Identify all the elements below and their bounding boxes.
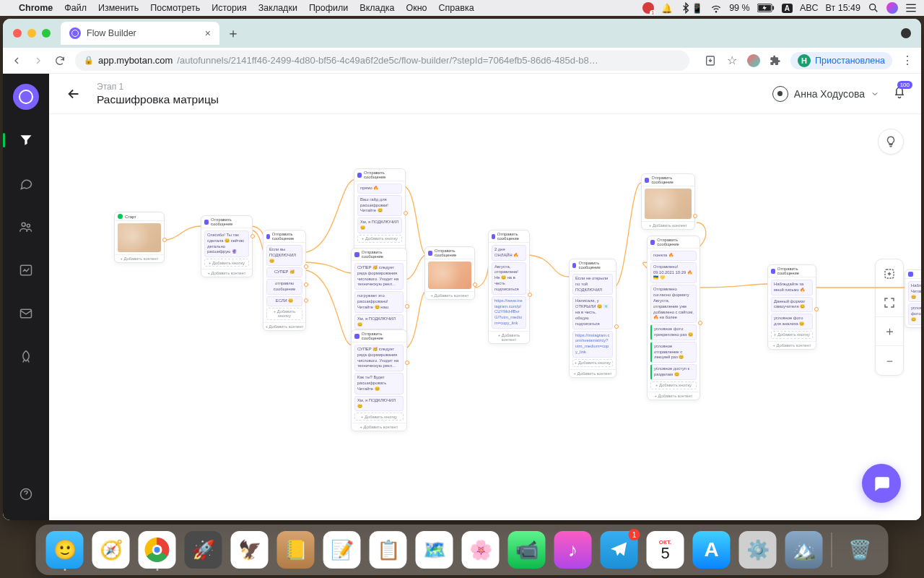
siri-icon[interactable]: [886, 2, 898, 14]
sidebar-item-mail[interactable]: [13, 301, 39, 327]
menu-file[interactable]: Файл: [64, 3, 87, 13]
flow-node[interactable]: Отправить сообщение прямо 🔥 Ваш гайд для…: [354, 168, 406, 254]
flow-node[interactable]: Отправить сообщение Спасибо! Ты так сдел…: [201, 215, 253, 277]
dock-music-icon[interactable]: ♪: [554, 531, 592, 569]
node-add-content[interactable]: + Добавить контент: [768, 341, 816, 349]
dock-contacts-icon[interactable]: 📒: [277, 531, 315, 569]
minimize-window-button[interactable]: [27, 29, 36, 38]
add-node-button[interactable]: [876, 259, 903, 288]
menu-bookmarks[interactable]: Закладки: [258, 3, 297, 13]
status-notification-icon[interactable]: 🔔: [661, 3, 673, 14]
menu-tab[interactable]: Вкладка: [359, 3, 394, 13]
extension-cookie-icon[interactable]: [747, 54, 760, 67]
dock-notes-icon[interactable]: 📝: [323, 531, 361, 569]
bluetooth-icon[interactable]: 📱: [680, 2, 703, 14]
node-add-content[interactable]: + Добавить контент: [570, 369, 616, 377]
dock-facetime-icon[interactable]: 📹: [508, 531, 546, 569]
node-add-button[interactable]: + Добавить кнопку: [650, 381, 697, 389]
intercom-fab[interactable]: [862, 464, 901, 503]
flow-node[interactable]: Отправить сообщение Если вы ПОДКЛЮЧИЛ 😊 …: [263, 230, 306, 331]
flow-node[interactable]: Отправить сообщение 2 дня ОНЛАЙН 🔥 Авгус…: [488, 230, 530, 344]
sidebar-item-help[interactable]: [13, 481, 39, 507]
dock-settings-icon[interactable]: ⚙️: [739, 531, 777, 569]
browser-tab[interactable]: Flow Builder ×: [61, 22, 219, 45]
node-add-button[interactable]: + Добавить кнопку: [357, 235, 402, 243]
address-bar[interactable]: 🔒 app.mybotan.com/autofunnels/2141ff46-2…: [75, 51, 689, 71]
menu-window[interactable]: Окно: [406, 3, 427, 13]
reload-button[interactable]: [53, 54, 66, 67]
dock-folder-icon[interactable]: 🏔️: [785, 531, 823, 569]
flow-node[interactable]: Наблюдайте! Читайте 😊 условное фотографи…: [905, 269, 921, 328]
flow-node[interactable]: Отправить сообщение поняла 🔥 Отправлено!…: [647, 236, 700, 400]
dock-finder-icon[interactable]: 🙂: [46, 531, 84, 569]
dock-appstore-icon[interactable]: A: [693, 531, 731, 569]
input-source-icon[interactable]: A: [782, 4, 793, 13]
dock-chrome-icon[interactable]: [139, 531, 176, 569]
menu-profiles[interactable]: Профили: [309, 3, 348, 13]
flow-node-start[interactable]: Старт + Добавить контент: [114, 212, 165, 263]
sidebar-item-analytics[interactable]: [13, 257, 39, 283]
node-add-content[interactable]: + Добавить контент: [642, 221, 694, 229]
flow-canvas[interactable]: ＋ －: [49, 114, 921, 520]
zoom-in-button[interactable]: ＋: [876, 317, 903, 346]
close-tab-button[interactable]: ×: [205, 27, 211, 39]
zoom-out-button[interactable]: －: [876, 346, 903, 375]
node-add-button[interactable]: + Добавить кнопку: [204, 259, 249, 267]
install-app-icon[interactable]: [704, 54, 717, 67]
node-add-button[interactable]: + Добавить кнопку: [354, 413, 404, 420]
dock-mail-icon[interactable]: 🦅: [231, 531, 269, 569]
node-add-content[interactable]: + Добавить контент: [489, 331, 529, 343]
clock[interactable]: Вт 15:49: [826, 3, 860, 13]
menu-history[interactable]: История: [212, 3, 246, 13]
battery-icon[interactable]: [757, 4, 775, 12]
dock-safari-icon[interactable]: 🧭: [92, 531, 130, 569]
menubar-app[interactable]: Chrome: [19, 3, 53, 13]
app-logo-icon[interactable]: [13, 84, 39, 110]
profile-chip[interactable]: Н Приостановлена: [790, 52, 892, 69]
dock-maps-icon[interactable]: 🗺️: [416, 531, 453, 569]
back-to-list-button[interactable]: [64, 84, 84, 104]
sidebar-item-launch[interactable]: [13, 344, 39, 370]
node-add-button[interactable]: + Добавить кнопку: [572, 359, 613, 367]
menu-help[interactable]: Справка: [439, 3, 474, 13]
close-window-button[interactable]: [13, 29, 22, 38]
menu-edit[interactable]: Изменить: [98, 3, 139, 13]
tips-button[interactable]: [878, 129, 904, 155]
dock-trash-icon[interactable]: 🗑️: [841, 531, 879, 569]
bookmark-star-icon[interactable]: ☆: [725, 54, 738, 67]
dock-app-icon[interactable]: 🚀: [185, 531, 222, 569]
forward-button[interactable]: [32, 54, 45, 67]
node-add-content[interactable]: + Добавить контент: [648, 392, 699, 400]
flow-node[interactable]: Отправить сообщение + Добавить контент: [424, 246, 475, 300]
sidebar-item-chat[interactable]: [13, 171, 39, 197]
tabstrip-overflow-icon[interactable]: [901, 28, 911, 38]
node-add-button[interactable]: + Добавить кнопку: [771, 331, 813, 339]
dock-reminders-icon[interactable]: 📋: [370, 531, 407, 569]
dock-calendar-icon[interactable]: ОКТ.5: [647, 531, 684, 569]
node-add-content[interactable]: + Добавить контент: [263, 322, 305, 330]
back-button[interactable]: [10, 54, 23, 67]
node-add-button[interactable]: + Добавить кнопку: [266, 308, 302, 320]
new-tab-button[interactable]: ＋: [227, 25, 240, 42]
kebab-menu-icon[interactable]: ⋮: [901, 54, 914, 67]
dock-photos-icon[interactable]: 🌸: [462, 531, 500, 569]
extensions-icon[interactable]: [769, 54, 782, 67]
flow-node[interactable]: Отправить сообщение + Добавить контент: [641, 173, 695, 230]
notifications-button[interactable]: 100: [892, 85, 907, 103]
flow-node[interactable]: Отправить сообщение Если не открыли по т…: [569, 259, 616, 378]
node-add-content[interactable]: + Добавить контент: [352, 423, 406, 431]
node-add-content[interactable]: + Добавить контент: [115, 254, 164, 262]
node-add-content[interactable]: + Добавить контент: [201, 269, 252, 277]
dock-telegram-icon[interactable]: 1: [601, 531, 638, 569]
control-center-icon[interactable]: [905, 2, 917, 14]
user-menu[interactable]: Анна Ходусова: [772, 86, 879, 102]
spotlight-icon[interactable]: [868, 2, 879, 14]
flow-node[interactable]: Отправить сообщение Наблюдайте за мной п…: [767, 264, 816, 350]
flow-node[interactable]: Отправить сообщение СУПЕР 🥳 следует ряда…: [351, 329, 407, 431]
fullscreen-button[interactable]: [876, 288, 903, 317]
sidebar-item-funnel[interactable]: [13, 127, 39, 153]
sidebar-item-users[interactable]: [13, 214, 39, 240]
node-add-content[interactable]: + Добавить контент: [425, 291, 474, 299]
menu-view[interactable]: Посмотреть: [150, 3, 200, 13]
wifi-icon[interactable]: [710, 2, 722, 14]
